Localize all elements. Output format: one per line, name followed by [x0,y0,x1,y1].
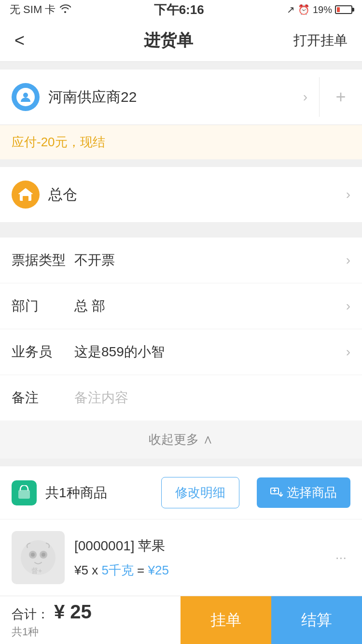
cart-icon [16,485,32,501]
collapse-bar[interactable]: 收起更多 ∧ [0,420,362,459]
department-value: 总 部 [74,297,346,315]
hold-button[interactable]: 挂单 [181,596,271,644]
notice-bar: 应付-20元，现结 [0,125,362,159]
invoice-type-value: 不开票 [74,251,346,269]
location-icon: ↗ [287,4,295,15]
warehouse-icon [17,186,34,203]
product-header-icon [12,480,37,505]
battery-percent: 19% [313,4,332,15]
supplier-avatar [12,83,40,111]
alarm-icon: ⏰ [298,4,310,15]
product-header: 共1种商品 修改明细 选择商品 [0,466,362,519]
status-bar: 无 SIM 卡 下午6:16 ↗ ⏰ 19% [0,0,362,19]
battery-icon [335,5,352,14]
price-multiply: x [92,563,101,577]
carrier-text: 无 SIM 卡 [10,2,56,17]
select-product-icon [270,488,283,498]
back-button[interactable]: < [14,30,43,51]
salesman-chevron-icon: › [346,344,350,360]
warehouse-name: 总仓 [48,185,337,205]
svg-text:督+: 督+ [31,567,42,574]
department-row[interactable]: 部门 总 部 › [0,283,362,329]
total-section: 合计： ¥ 25 共1种 [0,601,181,639]
product-name: [0000001] 苹果 [74,537,322,555]
price-total: ¥25 [148,563,169,577]
salesman-row[interactable]: 业务员 这是859的小智 › [0,329,362,375]
product-price: ¥5 x 5千克 = ¥25 [74,562,322,579]
main-content: 河南供应商22 › + 应付-20元，现结 总仓 › 票据类型 不开票 › [0,62,362,644]
price-equals: = [137,563,148,577]
product-code: [0000001] [74,538,135,553]
price-base: ¥5 [74,563,88,577]
remark-row[interactable]: 备注 备注内容 [0,375,362,420]
total-label: 合计： [12,606,49,623]
department-chevron-icon: › [346,298,350,314]
add-icon: + [335,87,346,107]
total-amount: ¥ 25 [54,601,92,623]
wifi-icon [59,3,71,16]
total-count: 共1种 [12,625,169,639]
product-thumb-owl-icon: 督+ [19,538,57,577]
price-quantity: 5千克 [101,563,133,577]
select-product-button[interactable]: 选择商品 [257,477,350,508]
total-row: 合计： ¥ 25 [12,601,169,623]
status-time: 下午6:16 [154,1,204,18]
product-thumbnail: 督+ [12,531,65,584]
warehouse-row[interactable]: 总仓 › [0,167,362,222]
product-card: 督+ [0000001] 苹果 ¥5 x 5千克 = ¥25 ··· [0,519,362,596]
remark-value[interactable]: 备注内容 [74,389,350,407]
svg-point-8 [31,553,35,557]
remark-label: 备注 [12,389,74,407]
edit-detail-button[interactable]: 修改明细 [161,477,239,508]
svg-point-0 [23,93,28,98]
more-options-button[interactable]: ··· [332,546,350,569]
supplier-section: 河南供应商22 › + [0,70,362,125]
collapse-label: 收起更多 ∧ [149,432,213,447]
bottom-bar: 合计： ¥ 25 共1种 挂单 结算 [0,596,362,644]
supplier-row[interactable]: 河南供应商22 › [0,70,319,125]
select-product-label: 选择商品 [287,484,337,501]
page-title: 进货单 [144,29,193,52]
status-left: 无 SIM 卡 [10,2,71,17]
salesman-value: 这是859的小智 [74,343,346,361]
invoice-type-row[interactable]: 票据类型 不开票 › [0,238,362,283]
invoice-type-label: 票据类型 [12,251,74,269]
add-supplier-button[interactable]: + [320,70,362,125]
notice-text: 应付-20元，现结 [12,135,105,149]
nav-bar: < 进货单 打开挂单 [0,19,362,62]
department-label: 部门 [12,297,74,315]
open-hold-button[interactable]: 打开挂单 [293,31,348,50]
warehouse-chevron-icon: › [346,187,350,202]
svg-rect-2 [23,196,28,201]
person-icon [19,90,32,104]
svg-point-9 [42,553,45,557]
product-title: 苹果 [138,538,165,553]
product-info: [0000001] 苹果 ¥5 x 5千克 = ¥25 [74,537,322,579]
svg-rect-3 [18,490,30,499]
warehouse-icon-wrap [12,181,40,209]
supplier-name: 河南供应商22 [48,87,294,107]
form-section: 票据类型 不开票 › 部门 总 部 › 业务员 这是859的小智 › 备注 备注… [0,238,362,420]
invoice-chevron-icon: › [346,252,350,268]
supplier-chevron-icon: › [303,89,307,105]
checkout-button[interactable]: 结算 [271,596,362,644]
salesman-label: 业务员 [12,343,74,361]
product-count: 共1种商品 [45,484,153,502]
status-right: ↗ ⏰ 19% [287,4,352,15]
